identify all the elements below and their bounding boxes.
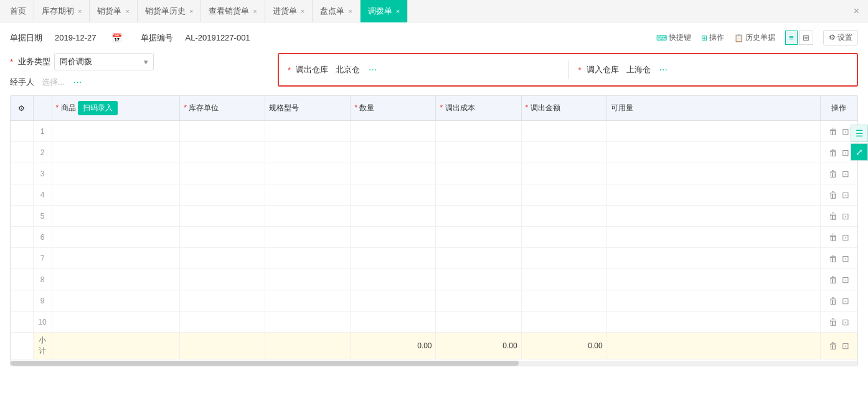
layout-btn-grid[interactable]: ⊞ xyxy=(799,31,813,45)
row-product[interactable] xyxy=(52,163,180,184)
subtotal-copy-icon[interactable]: ⊡ xyxy=(842,341,849,351)
close-transfer[interactable]: × xyxy=(396,7,400,15)
horizontal-scrollbar[interactable] xyxy=(11,361,857,366)
row-cost[interactable] xyxy=(436,312,521,333)
row-spec[interactable] xyxy=(265,184,351,206)
row-qty[interactable] xyxy=(351,142,436,163)
delete-row-icon[interactable]: 🗑 xyxy=(829,148,837,158)
row-cost[interactable] xyxy=(436,121,521,142)
copy-row-icon[interactable]: ⊡ xyxy=(842,148,849,158)
row-qty[interactable] xyxy=(351,206,436,227)
row-amount[interactable] xyxy=(521,269,606,290)
tab-sales-history[interactable]: 销货单历史 × xyxy=(138,0,201,22)
side-expand-btn[interactable]: ⤢ xyxy=(851,143,868,161)
delete-row-icon[interactable]: 🗑 xyxy=(829,169,837,179)
row-spec[interactable] xyxy=(265,269,351,290)
tab-transfer[interactable]: 调拨单 × xyxy=(361,0,408,22)
copy-row-icon[interactable]: ⊡ xyxy=(842,254,849,264)
tab-purchase-order[interactable]: 进货单 × xyxy=(265,0,313,22)
row-product[interactable] xyxy=(52,312,180,333)
row-unit[interactable] xyxy=(180,312,265,333)
close-all-tabs[interactable]: × xyxy=(847,6,866,17)
row-amount[interactable] xyxy=(521,290,606,312)
row-unit[interactable] xyxy=(180,206,265,227)
row-product[interactable] xyxy=(52,184,180,206)
copy-row-icon[interactable]: ⊡ xyxy=(842,169,849,179)
row-spec[interactable] xyxy=(265,312,351,333)
row-amount[interactable] xyxy=(521,163,606,184)
row-qty[interactable] xyxy=(351,163,436,184)
row-qty[interactable] xyxy=(351,312,436,333)
row-product[interactable] xyxy=(52,142,180,163)
row-amount[interactable] xyxy=(521,227,606,248)
row-unit[interactable] xyxy=(180,248,265,269)
row-spec[interactable] xyxy=(265,206,351,227)
tab-sales-order[interactable]: 销货单 × xyxy=(90,0,137,22)
delete-row-icon[interactable]: 🗑 xyxy=(829,126,837,136)
row-product[interactable] xyxy=(52,121,180,142)
business-type-select[interactable]: 同价调拨 ▾ xyxy=(54,53,154,70)
row-cost[interactable] xyxy=(436,206,521,227)
row-spec[interactable] xyxy=(265,227,351,248)
row-product[interactable] xyxy=(52,269,180,290)
operations-btn[interactable]: ⊞ 操作 xyxy=(701,32,724,43)
row-qty[interactable] xyxy=(351,248,436,269)
row-unit[interactable] xyxy=(180,163,265,184)
delete-row-icon[interactable]: 🗑 xyxy=(829,232,837,242)
row-spec[interactable] xyxy=(265,121,351,142)
transfer-in-dots[interactable]: ··· xyxy=(659,64,668,75)
row-spec[interactable] xyxy=(265,142,351,163)
row-product[interactable] xyxy=(52,206,180,227)
delete-row-icon[interactable]: 🗑 xyxy=(829,190,837,200)
row-cost[interactable] xyxy=(436,290,521,312)
close-view-sales[interactable]: × xyxy=(253,7,257,15)
tab-stocktake[interactable]: 盘点单 × xyxy=(313,0,360,22)
delete-row-icon[interactable]: 🗑 xyxy=(829,275,837,285)
copy-row-icon[interactable]: ⊡ xyxy=(842,232,849,242)
tab-view-sales[interactable]: 查看销货单 × xyxy=(201,0,265,22)
row-cost[interactable] xyxy=(436,227,521,248)
copy-row-icon[interactable]: ⊡ xyxy=(842,317,849,327)
close-purchase-order[interactable]: × xyxy=(301,7,304,15)
copy-row-icon[interactable]: ⊡ xyxy=(842,126,849,136)
settings-btn[interactable]: ⚙ 设置 xyxy=(823,30,858,45)
row-spec[interactable] xyxy=(265,163,351,184)
close-inventory-init[interactable]: × xyxy=(78,7,82,15)
history-btn[interactable]: 📋 历史单据 xyxy=(734,32,775,43)
transfer-out-dots[interactable]: ··· xyxy=(369,64,377,75)
row-cost[interactable] xyxy=(436,248,521,269)
delete-row-icon[interactable]: 🗑 xyxy=(829,317,837,327)
row-amount[interactable] xyxy=(521,248,606,269)
layout-btn-list[interactable]: ≡ xyxy=(785,31,798,45)
copy-row-icon[interactable]: ⊡ xyxy=(842,190,849,200)
tab-inventory-init[interactable]: 库存期初 × xyxy=(34,0,90,22)
row-cost[interactable] xyxy=(436,163,521,184)
delete-row-icon[interactable]: 🗑 xyxy=(829,296,837,306)
row-unit[interactable] xyxy=(180,290,265,312)
row-cost[interactable] xyxy=(436,142,521,163)
row-unit[interactable] xyxy=(180,269,265,290)
row-amount[interactable] xyxy=(521,184,606,206)
row-unit[interactable] xyxy=(180,184,265,206)
row-product[interactable] xyxy=(52,290,180,312)
person-placeholder[interactable]: 选择... xyxy=(42,77,65,88)
th-settings[interactable]: ⚙ xyxy=(11,96,33,121)
row-amount[interactable] xyxy=(521,121,606,142)
side-list-btn[interactable]: ☰ xyxy=(851,125,868,142)
row-unit[interactable] xyxy=(180,227,265,248)
row-product[interactable] xyxy=(52,227,180,248)
close-stocktake[interactable]: × xyxy=(348,7,352,15)
delete-row-icon[interactable]: 🗑 xyxy=(829,211,837,221)
row-amount[interactable] xyxy=(521,312,606,333)
subtotal-delete-icon[interactable]: 🗑 xyxy=(829,341,837,351)
close-sales-history[interactable]: × xyxy=(189,7,193,15)
row-qty[interactable] xyxy=(351,227,436,248)
scan-btn[interactable]: 扫码录入 xyxy=(78,101,118,115)
row-unit[interactable] xyxy=(180,121,265,142)
calendar-icon[interactable]: 📅 xyxy=(111,33,122,43)
row-unit[interactable] xyxy=(180,142,265,163)
person-dots-btn[interactable]: ··· xyxy=(73,77,82,88)
row-qty[interactable] xyxy=(351,184,436,206)
row-qty[interactable] xyxy=(351,269,436,290)
row-qty[interactable] xyxy=(351,290,436,312)
